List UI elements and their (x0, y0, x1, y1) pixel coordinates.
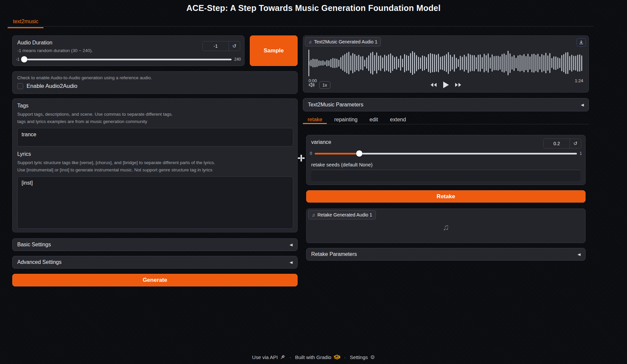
waveform-bar (514, 55, 515, 71)
waveform-bar (374, 55, 375, 71)
footer-separator: · (344, 354, 346, 360)
basic-settings-accordion[interactable]: Basic Settings ◀ (12, 238, 298, 251)
waveform-bar (370, 53, 371, 74)
waveform-bar (474, 55, 475, 71)
waveform-bar (498, 56, 499, 71)
waveform-bar (360, 56, 361, 70)
waveform-bar (450, 55, 451, 71)
retake-seeds-input[interactable] (311, 170, 581, 181)
music-note-icon: ♫ (312, 212, 315, 217)
volume-group: 1x (309, 80, 330, 90)
waveform-bar (362, 56, 363, 70)
variance-slider[interactable] (315, 153, 577, 154)
audio-duration-value-input[interactable]: -1 (203, 41, 229, 51)
waveform-bar (316, 59, 317, 67)
variance-value-input[interactable]: 0.2 (544, 139, 570, 148)
audio-duration-number-group: -1 ↺ (202, 41, 240, 51)
waveform-bar (484, 54, 485, 72)
volume-icon[interactable] (309, 82, 315, 88)
settings-link[interactable]: Settings ⚙ (350, 354, 375, 360)
tab-retake[interactable]: retake (303, 117, 327, 124)
audio-duration-slider[interactable] (22, 59, 232, 60)
tab-extend[interactable]: extend (385, 117, 411, 124)
tags-label: Tags (17, 103, 293, 109)
waveform-bar (338, 60, 339, 67)
retake-button[interactable]: Retake (306, 190, 586, 203)
waveform-bar (384, 55, 385, 72)
retake-parameters-accordion[interactable]: Retake Parameters ◀ (306, 248, 586, 261)
waveform-bar (555, 56, 556, 70)
retake-tab-content: variance 0.2 ↺ 0 1 retake seeds (default… (306, 135, 586, 261)
reset-icon[interactable]: ↺ (570, 139, 581, 148)
variance-slider-row: 0 1 (310, 151, 582, 156)
lyrics-input[interactable]: [inst] (17, 176, 293, 229)
waveform-bar (533, 54, 534, 73)
tags-input[interactable]: trance (17, 128, 293, 147)
waveform-bar (496, 56, 497, 70)
waveform-bar (563, 54, 564, 72)
waveform-bar (424, 56, 425, 70)
waveform-bar (551, 58, 552, 68)
reset-icon[interactable]: ↺ (229, 41, 240, 51)
waveform-bar (480, 54, 481, 72)
waveform[interactable] (309, 49, 583, 77)
variance-slider-handle[interactable] (356, 151, 363, 157)
gear-icon: ⚙ (370, 354, 375, 360)
collapse-arrow-icon: ◀ (290, 260, 293, 265)
waveform-bar (368, 55, 369, 71)
player-controls: 1x (309, 80, 583, 90)
audio2audio-checkbox-row: Enable Audio2Audio (17, 83, 293, 90)
t2m-audio-player: ♫ Text2Music Generated Audio 1 0:00 1:24 (303, 35, 589, 92)
variance-block: variance 0.2 ↺ 0 1 retake seeds (default… (306, 135, 586, 185)
waveform-bar (350, 55, 351, 71)
audio-duration-slider-handle[interactable] (21, 56, 27, 63)
waveform-bar (541, 54, 542, 72)
waveform-bar (414, 52, 415, 74)
slider-min-label: 0 (310, 151, 312, 156)
slider-max-label: 1 (580, 151, 582, 156)
waveform-bar (314, 59, 315, 67)
built-with-gradio-link[interactable]: Built with Gradio (295, 354, 340, 360)
waveform-bar (494, 56, 495, 70)
enable-audio2audio-checkbox[interactable] (17, 83, 23, 89)
waveform-bar (456, 58, 457, 69)
waveform-bar (390, 53, 391, 73)
empty-audio-note-icon: ♫ (307, 222, 585, 232)
waveform-bar (354, 54, 355, 72)
waveform-bar (525, 56, 526, 70)
playback-speed-button[interactable]: 1x (319, 81, 330, 89)
waveform-bar (579, 54, 580, 72)
tags-lyrics-block: Tags Support tags, descriptions, and sce… (12, 98, 298, 232)
use-via-api-link[interactable]: Use via API (252, 354, 286, 360)
waveform-bar (336, 59, 337, 68)
waveform-bar (444, 55, 445, 71)
advanced-settings-accordion[interactable]: Advanced Settings ◀ (12, 256, 298, 269)
waveform-bar (422, 55, 423, 71)
t2m-parameters-label: Text2Music Parameters (308, 102, 363, 108)
download-button[interactable] (577, 38, 586, 47)
waveform-bar (529, 56, 530, 70)
tab-repainting[interactable]: repainting (329, 117, 362, 124)
collapse-arrow-icon: ◀ (581, 103, 584, 107)
tab-text2music[interactable]: text2music (8, 17, 43, 28)
sample-button[interactable]: Sample (250, 35, 298, 66)
play-button[interactable] (442, 81, 450, 89)
waveform-bar (577, 55, 578, 72)
enable-audio2audio-label[interactable]: Enable Audio2Audio (27, 83, 77, 90)
retake-audio-chip: ♫ Retake Generated Audio 1 (308, 210, 376, 219)
music-note-icon: ♫ (309, 39, 312, 44)
fast-forward-button[interactable] (454, 82, 462, 88)
waveform-bar (506, 55, 507, 71)
waveform-bar (402, 59, 403, 67)
waveform-bar (448, 52, 449, 74)
page-title: ACE-Step: A Step Towards Music Generatio… (0, 3, 627, 13)
generate-button[interactable]: Generate (12, 274, 298, 286)
rewind-button[interactable] (430, 82, 438, 88)
waveform-bar (420, 57, 421, 69)
waveform-bar (400, 55, 401, 71)
t2m-parameters-accordion[interactable]: Text2Music Parameters ◀ (303, 98, 589, 111)
tab-edit[interactable]: edit (365, 117, 383, 124)
waveform-bar (537, 54, 538, 72)
waveform-bar (500, 56, 501, 70)
waveform-bar (452, 57, 453, 70)
